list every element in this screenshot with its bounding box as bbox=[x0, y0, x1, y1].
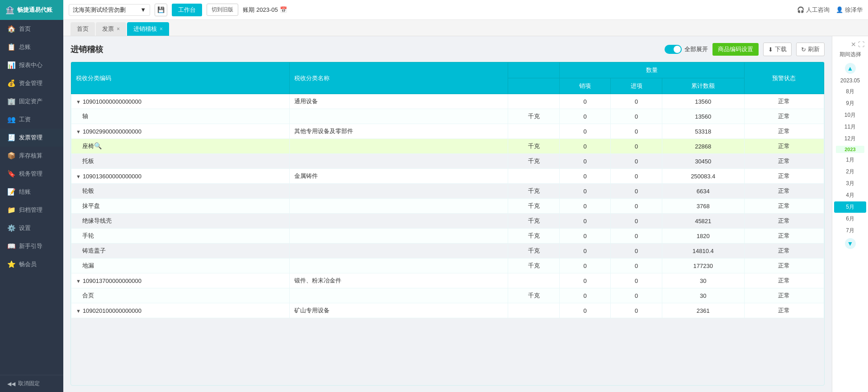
refresh-button[interactable]: ↻ 刷新 bbox=[796, 43, 825, 56]
row-total: 250083.4 bbox=[662, 169, 744, 184]
sidebar-item-inventory[interactable]: 📦 库存核算 bbox=[0, 147, 63, 165]
expand-icon[interactable]: ▼ bbox=[76, 174, 81, 179]
table-row[interactable]: ▼109029900000000000 其他专用设备及零部件 0 0 53318… bbox=[71, 124, 824, 139]
row-xiao: 0 bbox=[559, 244, 611, 258]
col-header-status: 预警状态 bbox=[744, 62, 824, 94]
sidebar-item-label: 总账 bbox=[19, 43, 31, 51]
tab-reconcile-close[interactable]: × bbox=[160, 26, 163, 32]
table-row[interactable]: ▼109010000000000000 通用设备 0 0 13560 正常 bbox=[71, 94, 824, 109]
period-item-4[interactable]: 4月 bbox=[834, 190, 866, 201]
table-row[interactable]: 手轮 千克 0 0 1820 正常 bbox=[71, 229, 824, 244]
tab-home[interactable]: 首页 bbox=[71, 22, 95, 36]
period-item-2023-05-top[interactable]: 2023.05 bbox=[834, 76, 866, 86]
headphone-icon: 🎧 bbox=[797, 6, 804, 13]
support-button[interactable]: 🎧 人工咨询 bbox=[797, 6, 830, 14]
calendar-icon[interactable]: 📅 bbox=[280, 6, 287, 13]
download-button[interactable]: ⬇ 下载 bbox=[763, 43, 792, 56]
table-row[interactable]: 托板 千克 0 0 30450 正常 bbox=[71, 154, 824, 169]
period-item-6[interactable]: 6月 bbox=[834, 213, 866, 225]
toggle-switch[interactable] bbox=[665, 45, 682, 54]
row-jin: 0 bbox=[611, 139, 662, 154]
row-xiao: 0 bbox=[559, 303, 611, 318]
sidebar-item-checkout[interactable]: 📝 结账 bbox=[0, 183, 63, 201]
row-xiao: 0 bbox=[559, 214, 611, 229]
row-status: 正常 bbox=[744, 154, 824, 169]
period-item-10[interactable]: 10月 bbox=[834, 110, 866, 121]
sidebar-item-invoice[interactable]: 🧾 发票管理 bbox=[0, 129, 63, 147]
row-status: 正常 bbox=[744, 94, 824, 109]
row-xiao: 0 bbox=[559, 154, 611, 169]
period-item-1[interactable]: 1月 bbox=[834, 154, 866, 166]
table-row[interactable]: 地漏 千克 0 0 177230 正常 bbox=[71, 258, 824, 273]
product-code-button[interactable]: 商品编码设置 bbox=[712, 43, 759, 56]
row-code: ▼109013700000000000 bbox=[71, 273, 290, 288]
close-icon[interactable]: ✕ bbox=[851, 41, 856, 48]
row-name bbox=[290, 199, 508, 214]
period-item-5-active[interactable]: 5月 bbox=[834, 201, 866, 213]
row-unit: 千克 bbox=[508, 288, 560, 303]
table-row[interactable]: 绝缘导线壳 千克 0 0 45821 正常 bbox=[71, 214, 824, 229]
data-table-wrap: 税收分类编码 税收分类名称 数量 预警状态 销项 进项 累计数额 bbox=[71, 62, 825, 386]
expand-icon[interactable]: ▼ bbox=[76, 278, 81, 284]
table-row[interactable]: 铸造盖子 千克 0 0 14810.4 正常 bbox=[71, 244, 824, 258]
sidebar-item-ledger[interactable]: 📋 总账 bbox=[0, 38, 63, 56]
table-row[interactable]: 轴 千克 0 0 13560 正常 bbox=[71, 109, 824, 124]
period-item-12[interactable]: 12月 bbox=[834, 133, 866, 144]
workbench-button[interactable]: 工作台 bbox=[172, 4, 202, 16]
sidebar-item-funds[interactable]: 💰 资金管理 bbox=[0, 74, 63, 92]
row-xiao: 0 bbox=[559, 199, 611, 214]
chevron-down-btn[interactable]: ▼ bbox=[845, 238, 856, 249]
sidebar-item-label: 工资 bbox=[19, 115, 31, 124]
period-item-9[interactable]: 9月 bbox=[834, 98, 866, 109]
ledger-icon: 📋 bbox=[7, 43, 15, 51]
table-row[interactable]: ▼109013600000000000 金属铸件 0 0 250083.4 正常 bbox=[71, 169, 824, 184]
period-item-3[interactable]: 3月 bbox=[834, 178, 866, 189]
sidebar-item-archive[interactable]: 📁 归档管理 bbox=[0, 201, 63, 219]
sidebar-item-tax[interactable]: 🔖 税务管理 bbox=[0, 165, 63, 183]
table-row[interactable]: 座椅🔍 千克 0 0 22868 正常 bbox=[71, 139, 824, 154]
oldver-button[interactable]: 切到旧版 bbox=[207, 4, 238, 16]
row-code: 手轮 bbox=[71, 229, 290, 244]
period-item-7[interactable]: 7月 bbox=[834, 225, 866, 236]
toggle-all[interactable]: 全部展开 bbox=[665, 45, 708, 54]
tab-reconcile[interactable]: 进销稽核 × bbox=[127, 22, 169, 36]
row-code: 座椅🔍 bbox=[71, 139, 290, 154]
topbar-right: 🎧 人工咨询 👤 徐泽华 bbox=[797, 6, 863, 14]
tab-invoice[interactable]: 发票 × bbox=[96, 22, 126, 36]
period-item-8[interactable]: 8月 bbox=[834, 86, 866, 97]
tab-home-label: 首页 bbox=[77, 25, 89, 33]
sidebar-item-reports[interactable]: 📊 报表中心 bbox=[0, 56, 63, 74]
table-row[interactable]: 抹平盘 千克 0 0 3768 正常 bbox=[71, 199, 824, 214]
row-status: 正常 bbox=[744, 184, 824, 199]
sidebar-item-guide[interactable]: 📖 新手引导 bbox=[0, 237, 63, 255]
user-menu[interactable]: 👤 徐泽华 bbox=[836, 6, 863, 14]
search-icon[interactable]: 🔍 bbox=[94, 142, 102, 149]
period-display: 账期 2023-05 📅 bbox=[243, 6, 287, 14]
period-list: 2023.05 8月 9月 10月 11月 12月 2023 1月 2月 3月 … bbox=[834, 76, 866, 236]
period-item-11[interactable]: 11月 bbox=[834, 121, 866, 133]
row-total: 45821 bbox=[662, 214, 744, 229]
sidebar-item-wages[interactable]: 👥 工资 bbox=[0, 110, 63, 129]
save-button[interactable]: 💾 bbox=[155, 4, 167, 16]
expand-icon[interactable]: ▼ bbox=[76, 129, 81, 134]
sidebar-item-member[interactable]: ⭐ 畅会员 bbox=[0, 255, 63, 273]
table-row[interactable]: 合页 千克 0 0 30 正常 bbox=[71, 288, 824, 303]
row-name: 通用设备 bbox=[290, 94, 508, 109]
row-unit bbox=[508, 273, 560, 288]
sidebar-item-settings[interactable]: ⚙️ 设置 bbox=[0, 219, 63, 237]
expand-icon[interactable]: ▼ bbox=[76, 308, 81, 314]
sidebar-item-label: 归档管理 bbox=[19, 206, 42, 214]
sidebar-unpin[interactable]: ◀◀ 取消固定 bbox=[0, 375, 63, 392]
sidebar-item-assets[interactable]: 🏢 固定资产 bbox=[0, 92, 63, 110]
row-total: 13560 bbox=[662, 109, 744, 124]
tab-invoice-close[interactable]: × bbox=[117, 26, 120, 32]
expand-icon[interactable]: ⛶ bbox=[858, 41, 864, 48]
sidebar-item-home[interactable]: 🏠 首页 bbox=[0, 20, 63, 38]
company-selector[interactable]: 沈海英测试经营勿删 ▼ bbox=[69, 4, 150, 16]
expand-icon[interactable]: ▼ bbox=[76, 99, 81, 105]
period-item-2[interactable]: 2月 bbox=[834, 166, 866, 177]
chevron-up-btn[interactable]: ▲ bbox=[845, 63, 856, 74]
table-row[interactable]: ▼109013700000000000 锻件、粉末冶金件 0 0 30 正常 bbox=[71, 273, 824, 288]
table-row[interactable]: ▼109020100000000000 矿山专用设备 0 0 2361 正常 bbox=[71, 303, 824, 318]
table-row[interactable]: 轮毂 千克 0 0 6634 正常 bbox=[71, 184, 824, 199]
